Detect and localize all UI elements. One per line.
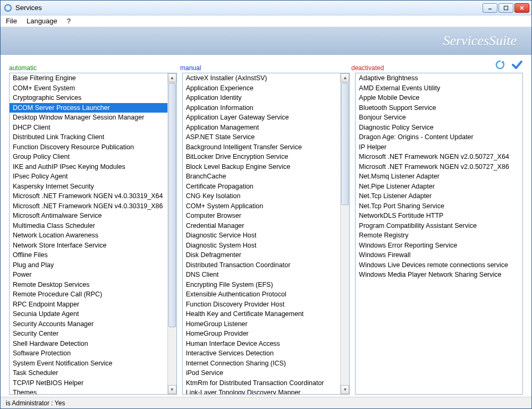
list-item[interactable]: Remote Desktop Services [10,280,167,290]
list-item[interactable]: Computer Browser [183,211,341,221]
list-item[interactable]: Offline Files [10,250,167,260]
refresh-icon[interactable] [494,59,506,71]
list-item[interactable]: Task Scheduler [10,368,167,378]
list-item[interactable]: Network Store Interface Service [10,241,167,251]
listbox-automatic[interactable]: Base Filtering EngineCOM+ Event SystemCr… [9,73,177,395]
list-item[interactable]: Diagnostic Service Host [183,231,341,241]
list-item[interactable]: Network Location Awareness [10,231,167,241]
close-button[interactable] [514,3,529,13]
list-item[interactable]: Block Level Backup Engine Service [183,162,341,172]
list-item[interactable]: DCOM Server Process Launcher [10,103,167,113]
list-item[interactable]: Distributed Transaction Coordinator [183,260,341,270]
list-item[interactable]: Dragon Age: Origins - Content Updater [356,132,522,142]
list-item[interactable]: Net.Tcp Port Sharing Service [356,201,522,211]
list-item[interactable]: Net.Pipe Listener Adapter [356,182,522,192]
list-item[interactable]: HomeGroup Listener [183,319,341,329]
list-item[interactable]: IP Helper [356,142,522,152]
menu-language[interactable]: Language [27,17,57,25]
list-item[interactable]: COM+ Event System [10,83,167,93]
list-item[interactable]: Disk Defragmenter [183,250,341,260]
list-item[interactable]: Application Identity [183,93,341,103]
list-item[interactable]: Microsoft .NET Framework NGEN v4.0.30319… [10,201,167,211]
list-item[interactable]: Power [10,270,167,280]
list-item[interactable]: Link-Layer Topology Discovery Mapper [183,388,341,394]
list-item[interactable]: Cryptographic Services [10,93,167,103]
list-item[interactable]: CNG Key Isolation [183,191,341,201]
list-item[interactable]: Distributed Link Tracking Client [10,132,167,142]
list-item[interactable]: TCP/IP NetBIOS Helper [10,378,167,388]
scroll-thumb[interactable] [168,83,176,327]
list-item[interactable]: Security Center [10,329,167,339]
scroll-down-icon[interactable]: ▼ [341,385,349,394]
list-item[interactable]: KtmRm for Distributed Transaction Coordi… [183,378,341,388]
scroll-thumb[interactable] [341,83,349,205]
list-item[interactable]: Interactive Services Detection [183,348,341,359]
list-item[interactable]: Bonjour Service [356,113,522,123]
scrollbar-manual[interactable]: ▲ ▼ [340,73,349,394]
scrollbar-automatic[interactable]: ▲ ▼ [167,73,176,394]
list-item[interactable]: Program Compatibility Assistant Service [356,221,522,231]
listbox-manual[interactable]: ActiveX Installer (AxInstSV)Application … [182,73,350,395]
list-item[interactable]: ActiveX Installer (AxInstSV) [183,73,341,83]
list-item[interactable]: Apple Mobile Device [356,93,522,103]
list-item[interactable]: Function Discovery Resource Publication [10,142,167,152]
minimize-button[interactable] [483,3,497,13]
list-item[interactable]: Remote Procedure Call (RPC) [10,289,167,300]
list-item[interactable]: Kaspersky Internet Security [10,182,167,192]
list-item[interactable]: Microsoft .NET Framework NGEN v2.0.50727… [356,152,522,162]
maximize-button[interactable] [499,3,513,13]
list-item[interactable]: iPod Service [183,368,341,378]
list-item[interactable]: Human Interface Device Access [183,339,341,349]
list-item[interactable]: Diagnostic System Host [183,241,341,251]
list-item[interactable]: Certificate Propagation [183,182,341,192]
list-item[interactable]: NetworkDLS Fortitude HTTP [356,211,522,221]
list-item[interactable]: Microsoft .NET Framework NGEN v2.0.50727… [356,162,522,172]
list-item[interactable]: Background Intelligent Transfer Service [183,142,341,152]
list-item[interactable]: COM+ System Application [183,201,341,211]
list-item[interactable]: Plug and Play [10,260,167,270]
list-item[interactable]: Security Accounts Manager [10,319,167,329]
list-item[interactable]: Adaptive Brightness [356,73,522,83]
list-item[interactable]: DNS Client [183,270,341,280]
list-item[interactable]: System Event Notification Service [10,359,167,369]
list-item[interactable]: Extensible Authentication Protocol [183,289,341,300]
list-item[interactable]: Application Experience [183,83,341,93]
list-item[interactable]: Credential Manager [183,221,341,231]
list-item[interactable]: Windows Media Player Network Sharing Ser… [356,270,522,280]
list-item[interactable]: Net.Tcp Listener Adapter [356,191,522,201]
list-item[interactable]: Function Discovery Provider Host [183,300,341,310]
scroll-up-icon[interactable]: ▲ [168,73,176,82]
list-item[interactable]: HomeGroup Provider [183,329,341,339]
scroll-down-icon[interactable]: ▼ [168,385,176,394]
list-item[interactable]: Health Key and Certificate Management [183,309,341,319]
menu-file[interactable]: File [6,17,17,25]
list-item[interactable]: Bluetooth Support Service [356,103,522,113]
list-item[interactable]: Microsoft .NET Framework NGEN v4.0.30319… [10,191,167,201]
list-item[interactable]: Base Filtering Engine [10,73,167,83]
list-item[interactable]: ASP.NET State Service [183,132,341,142]
scroll-up-icon[interactable]: ▲ [341,73,349,82]
list-item[interactable]: IKE and AuthIP IPsec Keying Modules [10,162,167,172]
list-item[interactable]: Windows Error Reporting Service [356,241,522,251]
list-item[interactable]: Themes [10,388,167,394]
list-item[interactable]: Application Management [183,123,341,133]
list-item[interactable]: BitLocker Drive Encryption Service [183,152,341,162]
list-item[interactable]: Net.Msmq Listener Adapter [356,172,522,182]
list-item[interactable]: Multimedia Class Scheduler [10,221,167,231]
list-item[interactable]: Internet Connection Sharing (ICS) [183,359,341,369]
list-item[interactable]: RPC Endpoint Mapper [10,300,167,310]
list-item[interactable]: Software Protection [10,348,167,359]
list-item[interactable]: Microsoft Antimalware Service [10,211,167,221]
list-item[interactable]: Remote Registry [356,231,522,241]
listbox-deactivated[interactable]: Adaptive BrightnessAMD External Events U… [355,73,523,395]
list-item[interactable]: DHCP Client [10,123,167,133]
list-item[interactable]: Encrypting File System (EFS) [183,280,341,290]
list-item[interactable]: Windows Live Devices remote connections … [356,260,522,270]
list-item[interactable]: BranchCache [183,172,341,182]
list-item[interactable]: Diagnostic Policy Service [356,123,522,133]
check-icon[interactable] [511,59,523,71]
list-item[interactable]: AMD External Events Utility [356,83,522,93]
list-item[interactable]: Shell Hardware Detection [10,339,167,349]
list-item[interactable]: Secunia Update Agent [10,309,167,319]
list-item[interactable]: Windows Firewall [356,250,522,260]
